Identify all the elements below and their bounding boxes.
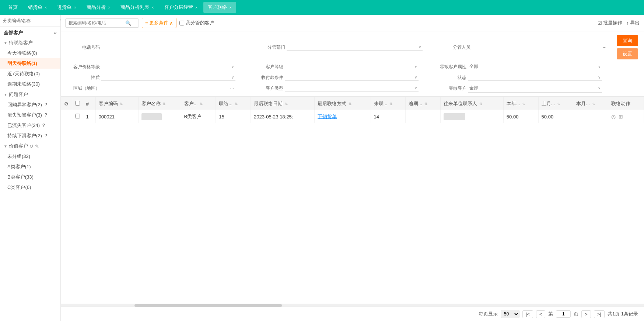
nav-item-customercontact[interactable]: 客户联络 × <box>203 2 236 13</box>
sidebar-item-declining[interactable]: 持续下滑客户(2) ？ <box>0 131 60 141</box>
area-select[interactable]: ··· <box>101 84 235 92</box>
sidebar-item-ungrouped[interactable]: 未分组(32) <box>0 151 60 162</box>
customer-level-select[interactable]: ∨ <box>285 63 419 70</box>
page-size-select[interactable]: 50 100 200 <box>501 310 519 318</box>
customer-type-select[interactable]: ∨ <box>285 85 419 92</box>
filter-col-payment: 收付款条件 ∨ <box>250 74 419 81</box>
nav-item-salesorder[interactable]: 销货单 × <box>24 2 51 13</box>
customer-level-chevron-icon: ∨ <box>414 65 417 69</box>
table-area: ⚙ # 客户编码 ⇅ 客户名称 ⇅ <box>61 97 644 304</box>
close-salesorder-icon[interactable]: × <box>45 5 47 10</box>
close-purchaseorder-icon[interactable]: × <box>74 5 76 10</box>
scrollbar-thumb[interactable] <box>134 304 282 307</box>
horizontal-scrollbar[interactable] <box>61 304 644 307</box>
nav-item-purchaseorder[interactable]: 进货单 × <box>53 2 80 13</box>
status-chevron-icon: ∨ <box>598 75 601 79</box>
my-customers-checkbox-label[interactable]: 我分管的客户 <box>179 20 214 26</box>
sidebar-section-pending[interactable]: 待联络客户 <box>0 38 60 48</box>
contact-sort-icon[interactable]: ⇅ <box>235 102 238 106</box>
sidebar-item-tomorrow-pending[interactable]: 明天待联络(1) <box>0 58 60 69</box>
nature-select[interactable]: ∨ <box>101 74 235 81</box>
sidebar-item-churn-warning[interactable]: 流失预警客户(3) ？ <box>0 110 60 120</box>
sidebar-collapse-icon[interactable]: « <box>54 30 57 36</box>
price-level-label: 客户价格等级 <box>67 64 100 70</box>
name-sort-icon[interactable]: ⇅ <box>162 102 165 106</box>
phone-action-icon[interactable]: ◎ <box>611 114 616 120</box>
page-label: 第 <box>548 311 553 317</box>
dept-select[interactable]: ∨ <box>287 44 423 51</box>
unreached-sort-icon[interactable]: ⇅ <box>389 102 392 106</box>
sidebar-search-input[interactable] <box>3 18 58 23</box>
overdue-sort-icon[interactable]: ⇅ <box>424 102 427 106</box>
phone-input-wrap[interactable] <box>101 44 237 51</box>
filter-search-input[interactable] <box>69 20 124 25</box>
retail-customer-select[interactable]: 全部 ∨ <box>468 84 602 93</box>
sidebar-item-a-class[interactable]: A类客户(1) <box>0 162 60 172</box>
last-method-link[interactable]: 下销货单 <box>318 114 337 119</box>
checkbox-icon: ☑ <box>598 20 602 26</box>
filter-col-retail-customer: 零散客户 全部 ∨ <box>433 84 602 93</box>
filter-search-box[interactable]: 🔍 <box>65 18 139 28</box>
sidebar-section-problem[interactable]: 问题客户 <box>0 89 60 100</box>
more-conditions-button[interactable]: ≡ 更多条件 ∧ <box>142 18 176 28</box>
row-checkbox[interactable] <box>75 114 80 118</box>
close-productanalysis-icon[interactable]: × <box>108 5 110 10</box>
nav-item-productanalysis[interactable]: 商品分析 × <box>82 2 115 13</box>
lastmonth-sort-icon[interactable]: ⇅ <box>557 102 560 106</box>
thismonth-sort-icon[interactable]: ⇅ <box>592 102 595 106</box>
lastmethod-sort-icon[interactable]: ⇅ <box>349 102 351 106</box>
settings-button[interactable]: 设置 <box>617 48 638 59</box>
sidebar-item-today-pending[interactable]: 今天待联络(0) <box>0 48 60 58</box>
close-productanalysislist-icon[interactable]: × <box>151 5 154 10</box>
sidebar-item-b-class[interactable]: B类客户(33) <box>0 172 60 182</box>
my-customers-checkbox[interactable] <box>179 21 184 25</box>
filter-search-icon[interactable]: 🔍 <box>125 20 131 26</box>
price-level-select[interactable]: ∨ <box>101 63 235 70</box>
cell-overdue <box>406 110 441 123</box>
cell-unreached: 14 <box>371 110 406 123</box>
gear-settings-icon[interactable]: ⚙ <box>64 101 69 107</box>
payment-select[interactable]: ∨ <box>285 74 419 81</box>
export-button[interactable]: ↑ 导出 <box>627 20 640 26</box>
status-select[interactable]: ∨ <box>468 74 602 81</box>
cell-actions: ◎ ⊞ <box>608 110 644 123</box>
close-customersegment-icon[interactable]: × <box>195 5 197 10</box>
companycontact-sort-icon[interactable]: ⇅ <box>479 102 482 106</box>
manager-select[interactable]: ··· <box>472 44 608 51</box>
phone-input[interactable] <box>103 45 236 50</box>
batch-operation-button[interactable]: ☑ 批量操作 <box>598 20 622 26</box>
area-more-icon[interactable]: ··· <box>230 86 234 91</box>
nav-home[interactable]: 首页 <box>4 2 22 13</box>
lastdate-sort-icon[interactable]: ⇅ <box>285 102 288 106</box>
prev-page-button[interactable]: < <box>536 310 546 318</box>
sidebar-item-churned[interactable]: 已流失客户(24) ？ <box>0 120 60 131</box>
query-button[interactable]: 查询 <box>617 35 638 46</box>
sidebar-section-value[interactable]: 价值客户 ↺ ✎ <box>0 141 60 151</box>
last-page-button[interactable]: >| <box>594 310 605 318</box>
value-edit-icon[interactable]: ✎ <box>35 144 39 149</box>
next-page-button[interactable]: > <box>581 310 591 318</box>
customer-table: ⚙ # 客户编码 ⇅ 客户名称 ⇅ <box>61 97 644 123</box>
nav-item-customersegment[interactable]: 客户分层经营 × <box>160 2 202 13</box>
sidebar-all-customers[interactable]: 全部客户 « <box>0 27 60 38</box>
retail-attr-select[interactable]: 全部 ∨ <box>468 62 602 71</box>
value-refresh-icon[interactable]: ↺ <box>29 144 34 149</box>
grid-action-icon[interactable]: ⊞ <box>619 114 623 120</box>
nav-item-productanalysislist[interactable]: 商品分析列表 × <box>116 2 158 13</box>
sidebar-item-repurchase-abnormal[interactable]: 回购异常客户(2) ？ <box>0 100 60 110</box>
col-num-header: # <box>83 97 95 110</box>
sidebar-item-week-pending[interactable]: 近7天待联络(0) <box>0 69 60 79</box>
page-number-input[interactable] <box>556 310 571 318</box>
first-page-button[interactable]: |< <box>522 310 533 318</box>
filter-col-customer-type: 客户类型 ∨ <box>250 85 419 92</box>
code-sort-icon[interactable]: ⇅ <box>120 102 123 106</box>
top-navigation: 首页 销货单 × 进货单 × 商品分析 × 商品分析列表 × 客户分层经营 × … <box>0 0 644 15</box>
close-customercontact-icon[interactable]: × <box>229 5 231 10</box>
select-all-checkbox[interactable] <box>75 101 80 106</box>
status-label: 状态 <box>433 75 466 81</box>
thisyear-sort-icon[interactable]: ⇅ <box>522 102 525 106</box>
sidebar-item-c-class[interactable]: C类客户(6) <box>0 182 60 193</box>
type-sort-icon[interactable]: ⇅ <box>200 102 203 106</box>
sidebar-item-overdue-pending[interactable]: 逾期未联络(30) <box>0 79 60 89</box>
manager-more-icon[interactable]: ··· <box>603 45 606 50</box>
